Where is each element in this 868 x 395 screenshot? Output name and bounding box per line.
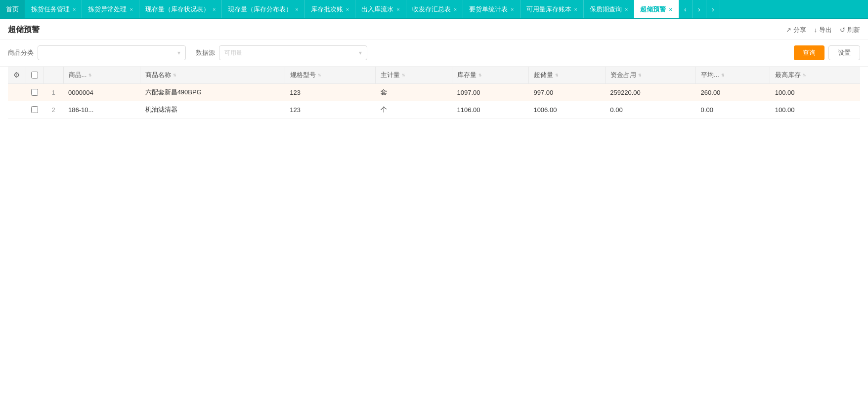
close-icon-quality-check[interactable]: ×: [625, 6, 628, 12]
page-header: 超储预警 ↗ 分享 ↓ 导出 ↺ 刷新: [0, 19, 868, 40]
table-header: ⚙ 商品... ⇅: [8, 67, 860, 84]
close-icon-inout-flow[interactable]: ×: [396, 6, 399, 12]
th-settings: ⚙: [8, 67, 26, 84]
nav-label-order-stats: 要货单统计表: [469, 5, 508, 14]
nav-item-inventory-dist[interactable]: 现存量（库存分布表） ×: [222, 0, 304, 19]
th-stock-label: 库存量: [457, 71, 477, 79]
nav-item-abnormal[interactable]: 拣货异常处理 ×: [82, 0, 139, 19]
nav-label-abnormal: 拣货异常处理: [88, 5, 127, 14]
th-avg[interactable]: 平均... ⇅: [696, 67, 770, 84]
close-icon-inventory-dist[interactable]: ×: [295, 6, 298, 12]
nav-label-available-account: 可用量库存账本: [526, 5, 571, 14]
export-label: 导出: [819, 26, 832, 35]
nav-bar: 首页 拣货任务管理 × 拣货异常处理 × 现存量（库存状况表） × 现存量（库存…: [0, 0, 868, 19]
sort-icon-product-code: ⇅: [88, 73, 92, 78]
table-body: 1 0000004 六配套新昌490BPG 123 套 1097.00 997.…: [8, 84, 860, 118]
nav-item-home[interactable]: 首页: [0, 0, 25, 19]
nav-item-recv-send[interactable]: 收发存汇总表 ×: [406, 0, 463, 19]
th-unit-label: 主计量: [381, 71, 400, 79]
nav-label-home: 首页: [6, 5, 19, 14]
nav-next-button[interactable]: ›: [693, 0, 706, 19]
nav-label-quality-check: 保质期查询: [590, 5, 622, 14]
close-icon-task-mgmt[interactable]: ×: [73, 6, 76, 12]
refresh-button[interactable]: ↺ 刷新: [840, 26, 860, 35]
table-row: 1 0000004 六配套新昌490BPG 123 套 1097.00 997.…: [8, 84, 860, 101]
datasource-filter-group: 数据源 可用量 ▾: [196, 45, 367, 60]
row-overstock-1: 1006.00: [528, 101, 605, 118]
th-max-stock[interactable]: 最高库存 ⇅: [770, 67, 860, 84]
th-spec[interactable]: 规格型号 ⇅: [285, 67, 375, 84]
close-icon-abnormal[interactable]: ×: [130, 6, 132, 12]
datasource-chevron-icon: ▾: [359, 49, 362, 56]
th-spec-label: 规格型号: [290, 71, 316, 79]
th-avg-label: 平均...: [701, 71, 719, 79]
close-icon-order-stats[interactable]: ×: [511, 6, 514, 12]
setting-button[interactable]: 设置: [828, 45, 860, 60]
row-settings-cell: [8, 84, 26, 101]
header-actions: ↗ 分享 ↓ 导出 ↺ 刷新: [786, 26, 861, 35]
close-icon-recv-send[interactable]: ×: [454, 6, 457, 12]
nav-label-inout-flow: 出入库流水: [361, 5, 393, 14]
nav-item-quality-check[interactable]: 保质期查询 ×: [584, 0, 634, 19]
row-capital-0: 259220.00: [605, 84, 695, 101]
close-icon-inventory-status[interactable]: ×: [213, 6, 216, 12]
nav-item-batch-account[interactable]: 库存批次账 ×: [305, 0, 355, 19]
th-overstock[interactable]: 超储量 ⇅: [528, 67, 605, 84]
th-product-name[interactable]: 商品名称 ⇅: [140, 67, 285, 84]
th-index: [43, 67, 63, 84]
nav-item-inventory-status[interactable]: 现存量（库存状况表） ×: [139, 0, 222, 19]
th-max-stock-label: 最高库存: [775, 71, 801, 79]
filter-area: 商品分类 ▾ 数据源 可用量 ▾ 查询 设置: [0, 40, 868, 67]
table-row: 2 186-10... 机油滤清器 123 个 1106.00 1006.00 …: [8, 101, 860, 118]
category-select[interactable]: ▾: [38, 45, 186, 60]
category-chevron-icon: ▾: [177, 49, 180, 56]
nav-item-inout-flow[interactable]: 出入库流水 ×: [355, 0, 406, 19]
th-capital[interactable]: 资金占用 ⇅: [605, 67, 695, 84]
nav-item-order-stats[interactable]: 要货单统计表 ×: [463, 0, 520, 19]
close-icon-batch-account[interactable]: ×: [346, 6, 349, 12]
data-table: ⚙ 商品... ⇅: [8, 67, 860, 118]
sort-icon-unit: ⇅: [402, 73, 405, 78]
nav-item-task-mgmt[interactable]: 拣货任务管理 ×: [25, 0, 82, 19]
th-stock[interactable]: 库存量 ⇅: [452, 67, 529, 84]
row-max-stock-1: 100.00: [770, 101, 860, 118]
row-capital-1: 0.00: [605, 101, 695, 118]
row-checkbox-0[interactable]: [31, 89, 38, 96]
row-unit-1: 个: [376, 101, 452, 118]
sort-icon-capital: ⇅: [638, 73, 642, 78]
nav-more-button[interactable]: ›: [706, 0, 720, 19]
nav-label-overstock: 超储预警: [640, 5, 666, 14]
share-button[interactable]: ↗ 分享: [786, 26, 806, 35]
th-product-name-label: 商品名称: [145, 71, 171, 79]
row-overstock-0: 997.00: [528, 84, 605, 101]
sort-icon-max-stock: ⇅: [803, 73, 806, 78]
row-product-code-1: 186-10...: [63, 101, 140, 118]
table-settings-icon[interactable]: ⚙: [13, 71, 20, 79]
close-icon-available-account[interactable]: ×: [574, 6, 577, 12]
row-avg-0: 260.00: [696, 84, 770, 101]
select-all-checkbox[interactable]: [31, 72, 38, 79]
row-checkbox-1[interactable]: [31, 106, 38, 113]
nav-item-overstock[interactable]: 超储预警 ×: [634, 0, 678, 19]
nav-prev-button[interactable]: ‹: [679, 0, 693, 19]
th-unit[interactable]: 主计量 ⇅: [376, 67, 452, 84]
close-icon-overstock[interactable]: ×: [669, 6, 672, 12]
th-capital-label: 资金占用: [610, 71, 636, 79]
nav-label-batch-account: 库存批次账: [311, 5, 343, 14]
row-checkbox-cell: [26, 101, 43, 118]
nav-label-task-mgmt: 拣货任务管理: [31, 5, 70, 14]
row-index-0: 1: [43, 84, 63, 101]
category-filter-group: 商品分类 ▾: [8, 45, 186, 60]
sort-icon-avg: ⇅: [721, 73, 725, 78]
export-button[interactable]: ↓ 导出: [814, 26, 832, 35]
sort-icon-overstock: ⇅: [555, 73, 559, 78]
row-index-1: 2: [43, 101, 63, 118]
row-unit-0: 套: [376, 84, 452, 101]
nav-item-available-account[interactable]: 可用量库存账本 ×: [521, 0, 584, 19]
table-container: ⚙ 商品... ⇅: [0, 67, 868, 118]
row-stock-0: 1097.00: [452, 84, 529, 101]
th-product-code[interactable]: 商品... ⇅: [63, 67, 140, 84]
th-product-code-label: 商品...: [69, 71, 87, 79]
query-button[interactable]: 查询: [794, 45, 825, 60]
datasource-select[interactable]: 可用量 ▾: [219, 45, 367, 60]
